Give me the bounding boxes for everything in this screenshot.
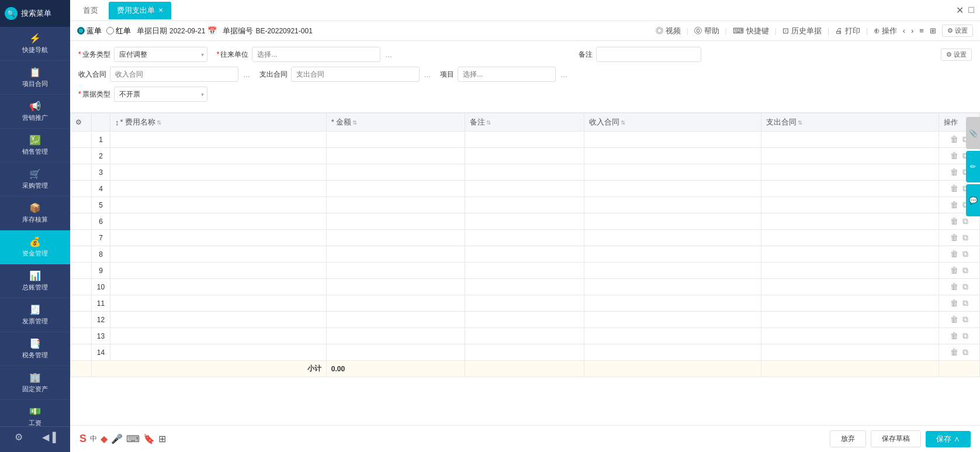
sidebar-item-project-contract[interactable]: 📋项目合同 xyxy=(0,61,70,95)
sticky-edit-btn[interactable]: ✏ xyxy=(966,151,980,182)
row-copy-8[interactable]: ⧉ xyxy=(962,249,968,258)
row-expense-contract-11[interactable] xyxy=(761,295,939,312)
row-expense-name-12[interactable] xyxy=(110,312,327,328)
row-expense-contract-6[interactable] xyxy=(761,213,939,230)
grid-icon[interactable]: ⊞ xyxy=(158,433,166,444)
income-contract-input[interactable] xyxy=(110,67,238,82)
view-grid-btn[interactable]: ⊞ xyxy=(930,26,936,35)
row-amount-5[interactable] xyxy=(326,197,465,213)
row-delete-12[interactable]: 🗑 xyxy=(950,315,958,324)
row-income-contract-9[interactable] xyxy=(584,263,761,279)
row-expense-contract-5[interactable] xyxy=(761,197,939,213)
row-expense-name-5[interactable] xyxy=(110,197,327,213)
row-amount-8[interactable] xyxy=(326,246,465,263)
window-restore-btn[interactable]: □ xyxy=(967,4,975,17)
row-delete-1[interactable]: 🗑 xyxy=(950,134,958,144)
sidebar-item-purchase[interactable]: 🛒采购管理 xyxy=(0,163,70,196)
mic-icon[interactable]: 🎤 xyxy=(111,433,123,444)
row-copy-7[interactable]: ⧉ xyxy=(962,233,968,242)
row-expense-contract-10[interactable] xyxy=(761,279,939,295)
row-note-14[interactable] xyxy=(465,344,584,361)
row-expense-contract-7[interactable] xyxy=(761,230,939,246)
row-expense-name-7[interactable] xyxy=(110,230,327,246)
row-delete-13[interactable]: 🗑 xyxy=(950,331,958,340)
row-copy-13[interactable]: ⧉ xyxy=(962,331,968,340)
discard-button[interactable]: 放弃 xyxy=(830,430,866,447)
sidebar-item-inventory[interactable]: 📦库存核算 xyxy=(0,196,70,230)
row-income-contract-11[interactable] xyxy=(584,295,761,312)
row-delete-4[interactable]: 🗑 xyxy=(950,184,958,193)
row-income-contract-12[interactable] xyxy=(584,312,761,328)
form-settings-btn[interactable]: ⚙ 设置 xyxy=(941,49,972,61)
th-note[interactable]: 备注 ⇅ xyxy=(465,113,584,132)
shortcuts-btn[interactable]: ⌨ 快捷键 xyxy=(733,26,769,36)
sidebar-item-salary[interactable]: 💵工资 xyxy=(0,400,70,426)
row-note-6[interactable] xyxy=(465,213,584,230)
row-income-contract-8[interactable] xyxy=(584,246,761,263)
row-amount-3[interactable] xyxy=(326,164,465,181)
project-input[interactable] xyxy=(458,67,556,82)
nav-next-btn[interactable]: › xyxy=(911,26,913,35)
sidebar-item-tax[interactable]: 📑税务管理 xyxy=(0,332,70,366)
sidebar-item-invoice[interactable]: 🧾发票管理 xyxy=(0,298,70,332)
row-income-contract-4[interactable] xyxy=(584,181,761,197)
sidebar-item-capital[interactable]: 💰资金管理 xyxy=(0,230,70,264)
row-note-11[interactable] xyxy=(465,295,584,312)
invoice-type-select[interactable]: 不开票 xyxy=(114,87,207,102)
row-income-contract-5[interactable] xyxy=(584,197,761,213)
row-copy-6[interactable]: ⧉ xyxy=(962,216,968,226)
row-expense-name-6[interactable] xyxy=(110,213,327,230)
tab-home[interactable]: 首页 xyxy=(75,2,106,19)
row-delete-7[interactable]: 🗑 xyxy=(950,233,958,242)
row-note-2[interactable] xyxy=(465,148,584,164)
audio-icon[interactable]: ◀▐ xyxy=(42,432,56,443)
row-expense-contract-14[interactable] xyxy=(761,344,939,361)
row-expense-name-2[interactable] xyxy=(110,148,327,164)
bookmark-icon[interactable]: 🔖 xyxy=(143,433,155,444)
sidebar-item-accounting[interactable]: 📊总账管理 xyxy=(0,264,70,298)
save-draft-button[interactable]: 保存草稿 xyxy=(871,430,921,447)
sidebar-item-quick-nav[interactable]: ⚡快捷导航 xyxy=(0,27,70,61)
biz-type-select[interactable]: 应付调整 xyxy=(114,47,207,62)
row-delete-10[interactable]: 🗑 xyxy=(950,282,958,291)
row-income-contract-2[interactable] xyxy=(584,148,761,164)
row-expense-name-8[interactable] xyxy=(110,246,327,263)
expense-contract-dots[interactable]: ... xyxy=(424,70,431,79)
row-note-13[interactable] xyxy=(465,328,584,344)
row-note-4[interactable] xyxy=(465,181,584,197)
row-expense-contract-3[interactable] xyxy=(761,164,939,181)
operate-btn[interactable]: ⊕ 操作 xyxy=(874,26,897,36)
settings-icon[interactable]: ⚙ xyxy=(15,432,23,443)
radio-blue[interactable]: 蓝单 xyxy=(77,26,102,36)
sidebar-item-marketing[interactable]: 📢营销推广 xyxy=(0,95,70,129)
partner-input[interactable] xyxy=(252,47,380,62)
row-amount-6[interactable] xyxy=(326,213,465,230)
tab-expense-close[interactable]: ✕ xyxy=(158,7,163,13)
search-menu[interactable]: 🔍 搜索菜单 xyxy=(0,0,70,27)
row-expense-name-3[interactable] xyxy=(110,164,327,181)
row-note-7[interactable] xyxy=(465,230,584,246)
row-amount-12[interactable] xyxy=(326,312,465,328)
row-note-5[interactable] xyxy=(465,197,584,213)
row-expense-contract-13[interactable] xyxy=(761,328,939,344)
expense-contract-input[interactable] xyxy=(291,67,420,82)
row-expense-contract-8[interactable] xyxy=(761,246,939,263)
th-expense-name[interactable]: ↕ * 费用名称 ⇅ xyxy=(110,113,327,132)
save-button[interactable]: 保存 ∧ xyxy=(926,431,971,447)
row-copy-14[interactable]: ⧉ xyxy=(962,347,968,357)
row-income-contract-14[interactable] xyxy=(584,344,761,361)
th-income-contract[interactable]: 收入合同 ⇅ xyxy=(584,113,761,132)
th-amount[interactable]: * 金额 ⇅ xyxy=(326,113,465,132)
row-note-9[interactable] xyxy=(465,263,584,279)
sidebar-item-sales[interactable]: 💹销售管理 xyxy=(0,129,70,163)
row-amount-4[interactable] xyxy=(326,181,465,197)
row-expense-name-11[interactable] xyxy=(110,295,327,312)
row-delete-8[interactable]: 🗑 xyxy=(950,249,958,258)
radio-red[interactable]: 红单 xyxy=(106,26,131,36)
row-note-10[interactable] xyxy=(465,279,584,295)
settings-button[interactable]: ⚙ 设置 xyxy=(942,25,973,37)
th-settings[interactable]: ⚙ xyxy=(71,113,92,132)
income-contract-dots[interactable]: ... xyxy=(243,70,250,79)
number-value[interactable]: BE-20220921-001 xyxy=(255,27,312,35)
row-note-8[interactable] xyxy=(465,246,584,263)
